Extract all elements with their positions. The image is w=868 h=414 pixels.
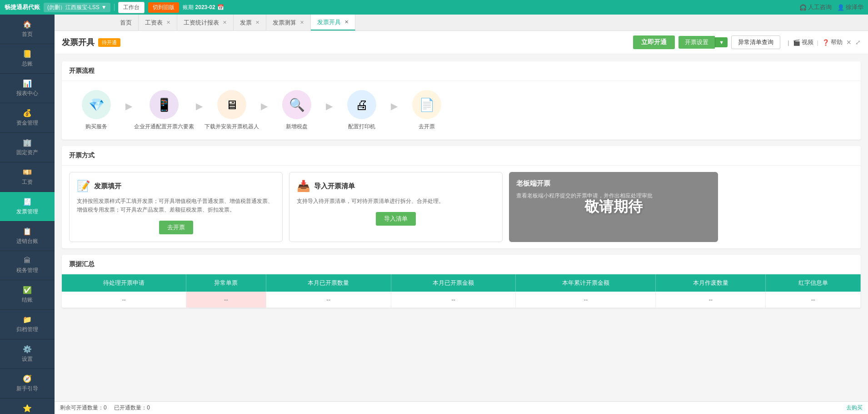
process-step-add_taxboard[interactable]: 🔍 新增税盘 [269,90,324,131]
status-badge: 待开通 [98,38,120,47]
sidebar-label-capital: 资金管理 [16,119,38,127]
summary-table-head: 待处理开票申请异常单票本月已开票数量本月已开票金额本年累计开票金额本月作废数量红… [62,274,861,292]
summary-table-body: -------------- [62,292,861,308]
nav-tab-invoice[interactable]: 发票✕ [234,15,266,30]
tab-close-invoice_calc[interactable]: ✕ [300,20,304,25]
sidebar-item-capital[interactable]: 💰资金管理 [0,103,55,133]
tax-icon: 🏛 [24,257,31,265]
nav-tab-home[interactable]: 首页 [114,15,139,30]
summary-col-6: 红字信息单 [766,274,861,292]
tab-close-invoice_tool[interactable]: ✕ [344,19,349,25]
company-dropdown-icon: ▼ [101,4,107,10]
import-list-button[interactable]: 导入清单 [376,212,416,226]
process-step-issue[interactable]: 📄 去开票 [399,90,454,131]
process-label-issue: 去开票 [419,123,435,131]
help-button[interactable]: ❓ 帮助 [822,38,843,46]
sidebar-item-tax[interactable]: 🏛税务管理 [0,251,55,280]
sidebar-item-purchase[interactable]: 📋进销台账 [0,222,55,251]
nav-tab-salary_report[interactable]: 工资统计报表✕ [177,15,234,30]
sidebar-label-archive: 归档管理 [16,326,38,333]
nav-tabs-bar: 首页工资表✕工资统计报表✕发票✕发票测算✕发票开具✕ [55,15,868,31]
go-issue-button[interactable]: 去开票 [159,221,193,234]
separator: | [788,39,789,46]
settings-icon: ⚙️ [23,345,32,353]
settings-button-main[interactable]: 开票设置 [678,36,715,49]
main-content: 开票流程 💎 购买服务 ▶ 📱 企业开通配置开票六要素 ▶ 🖥 下载并安装开票机… [55,54,868,401]
summary-table-header-row: 待处理开票申请异常单票本月已开票数量本月已开票金额本年累计开票金额本月作废数量红… [62,274,861,292]
sidebar-item-accounting[interactable]: ✅结账 [0,280,55,310]
content-area: 首页工资表✕工资统计报表✕发票✕发票测算✕发票开具✕ 发票开具 待开通 立即开通… [55,15,868,414]
resize-button[interactable]: ⤢ [855,39,861,46]
summary-col-4: 本年累计开票金额 [516,274,656,292]
close-tab-button[interactable]: ✕ [846,39,852,46]
settings-split-button: 开票设置 ▼ [678,36,728,49]
nav-tab-invoice_tool[interactable]: 发票开具✕ [311,15,355,30]
capital-icon: 💰 [23,109,32,117]
process-step-config[interactable]: 📱 企业开通配置开票六要素 [134,90,194,131]
tab-label-salary_report: 工资统计报表 [184,19,219,27]
summary-col-3: 本月已开票金额 [391,274,516,292]
sidebar-item-vip[interactable]: ⭐畅会员 [0,399,55,414]
sidebar-item-invoice_mgmt[interactable]: 🧾发票管理 [0,192,55,222]
nav-tab-salary_table[interactable]: 工资表✕ [139,15,177,30]
process-section-header: 开票流程 [62,61,861,81]
top-bar-right: 🎧 人工咨询 👤 徐泽华 [799,3,863,11]
sidebar-item-salary[interactable]: 💴工资 [0,162,55,192]
buy-link[interactable]: 去购买 [846,404,863,412]
import-card: 📥 导入开票清单 支持导入待开票清单，可对待开票清单进行拆分、合并处理。 导入清… [289,172,503,242]
process-label-add_taxboard: 新增税盘 [286,123,308,131]
abnormal-query-button[interactable]: 异常清单查询 [731,35,780,49]
process-icon-issue: 📄 [412,90,441,119]
sidebar-item-settings[interactable]: ⚙️设置 [0,339,55,369]
workspace-button[interactable]: 工作台 [118,2,145,13]
process-step-download[interactable]: 🖥 下载并安装开票机器人 [205,90,259,131]
calendar-icon[interactable]: 📅 [217,4,224,10]
import-icon: 📥 [297,180,310,192]
summary-val-5: -- [656,292,766,308]
separator2: | [817,39,818,46]
top-bar: 畅捷通易代账 (勿删）江西服宝-LSS ▼ 工作台 切到旧版 账期 2023-0… [0,0,868,15]
sidebar-item-archive[interactable]: 📁归档管理 [0,310,55,339]
summary-section: 票据汇总 待处理开票申请异常单票本月已开票数量本月已开票金额本年累计开票金额本月… [62,255,861,308]
tab-close-salary_table[interactable]: ✕ [166,20,170,25]
summary-table: 待处理开票申请异常单票本月已开票数量本月已开票金额本年累计开票金额本月作废数量红… [62,274,861,308]
sidebar-label-guide: 新手引导 [16,385,38,393]
manual-fill-title: 📝 发票填开 [77,180,275,192]
process-step-buy_service[interactable]: 💎 购买服务 [69,90,124,131]
sidebar-item-reports[interactable]: 📊报表中心 [0,74,55,103]
import-title: 📥 导入开票清单 [297,180,495,192]
summary-val-1: -- [186,292,266,308]
summary-table-data-row: -------------- [62,292,861,308]
tab-close-salary_report[interactable]: ✕ [223,20,227,25]
summary-col-2: 本月已开票数量 [266,274,391,292]
sidebar-item-assets[interactable]: 🏢固定资产 [0,133,55,162]
nav-tab-invoice_calc[interactable]: 发票测算✕ [266,15,311,30]
purchase-icon: 📋 [23,227,32,236]
settings-button-arrow[interactable]: ▼ [715,37,728,47]
tab-close-invoice[interactable]: ✕ [255,20,259,25]
sidebar-item-home[interactable]: 🏠首页 [0,15,55,44]
switch-version-button[interactable]: 切到旧版 [148,2,179,13]
process-flow: 💎 购买服务 ▶ 📱 企业开通配置开票六要素 ▶ 🖥 下载并安装开票机器人 ▶ … [62,81,861,140]
app-logo: 畅捷通易代账 [5,3,40,11]
sidebar-item-guide[interactable]: 🧭新手引导 [0,369,55,399]
sidebar-label-purchase: 进销台账 [16,237,38,245]
sidebar-label-salary: 工资 [22,178,33,186]
issue-methods: 📝 发票填开 支持按照发票样式手工填开发票；可开具增值税电子普通发票、增值税普通… [62,166,861,248]
issue-method-section-header: 开票方式 [62,146,861,166]
process-arrow-4: ▶ [391,101,398,111]
user-avatar[interactable]: 👤 徐泽华 [837,3,863,11]
video-help-button[interactable]: 🎬 视频 [793,38,813,46]
company-selector[interactable]: (勿删）江西服宝-LSS ▼ [44,3,110,12]
sidebar-item-ledger[interactable]: 📒总账 [0,44,55,74]
person-icon: 👤 [837,4,844,11]
customer-service-button[interactable]: 🎧 人工咨询 [799,3,832,11]
tab-label-salary_table: 工资表 [145,19,163,27]
remaining-quota: 剩余可开通数量：0 已开通数量：0 [60,404,150,412]
process-arrow-0: ▶ [125,101,132,111]
process-step-config_printer[interactable]: 🖨 配置打印机 [334,90,389,131]
immediate-open-button[interactable]: 立即开通 [633,35,675,49]
help-icon: ❓ [822,39,829,46]
sidebar-label-assets: 固定资产 [16,149,38,157]
process-arrow-1: ▶ [196,101,203,111]
